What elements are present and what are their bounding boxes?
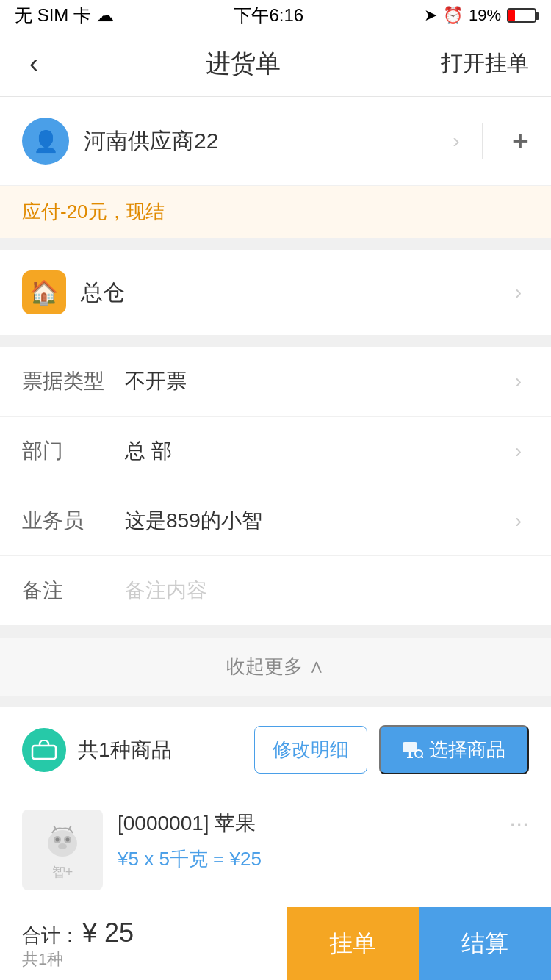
warehouse-row[interactable]: 🏠 总仓 › bbox=[0, 250, 551, 335]
total-label: 合计： bbox=[22, 923, 79, 948]
total-count: 共1种 bbox=[22, 948, 264, 970]
product-count: 共1种商品 bbox=[78, 736, 242, 764]
sim-status: 无 SIM 卡 ☁ bbox=[15, 4, 114, 27]
dept-label: 部门 bbox=[22, 437, 125, 465]
sales-row[interactable]: 业务员 这是859的小智 › bbox=[0, 486, 551, 556]
product-section: 共1种商品 修改明细 选择商品 bbox=[0, 707, 551, 908]
collapse-button[interactable]: 收起更多 ∧ bbox=[0, 638, 551, 696]
supplier-divider bbox=[482, 123, 483, 159]
svg-point-9 bbox=[56, 837, 60, 841]
supplier-chevron-icon: › bbox=[453, 129, 459, 153]
bottom-bar: 合计： ¥ 25 共1种 挂单 结算 bbox=[0, 907, 551, 980]
supplier-name: 河南供应商22 bbox=[84, 126, 453, 156]
battery-icon bbox=[507, 8, 536, 23]
edit-detail-button[interactable]: 修改明细 bbox=[254, 726, 367, 774]
svg-point-10 bbox=[66, 837, 70, 841]
product-title: 苹果 bbox=[215, 812, 256, 835]
select-product-button[interactable]: 选择商品 bbox=[379, 725, 529, 774]
ticket-label: 票据类型 bbox=[22, 367, 125, 395]
brand-label: 智+ bbox=[52, 863, 73, 881]
location-icon: ➤ bbox=[424, 6, 437, 25]
open-hang-button[interactable]: 打开挂单 bbox=[441, 48, 529, 79]
supplier-avatar: 👤 bbox=[22, 118, 69, 165]
form-section: 票据类型 不开票 › 部门 总 部 › 业务员 这是859的小智 › 备注 备注… bbox=[0, 347, 551, 626]
total-amount: ¥ 25 bbox=[82, 918, 134, 948]
notice-row: 应付-20元，现结 bbox=[0, 186, 551, 238]
total-section: 合计： ¥ 25 共1种 bbox=[0, 907, 287, 980]
unit-price: ¥5 x bbox=[118, 848, 159, 870]
sales-value: 这是859的小智 bbox=[125, 507, 515, 535]
dept-value: 总 部 bbox=[125, 437, 515, 465]
qty-value: 5千克 bbox=[159, 848, 207, 870]
warehouse-name: 总仓 bbox=[81, 278, 515, 308]
ticket-row[interactable]: 票据类型 不开票 › bbox=[0, 347, 551, 417]
warehouse-chevron-icon: › bbox=[515, 281, 522, 304]
back-button[interactable]: ‹ bbox=[22, 41, 46, 87]
add-button[interactable]: + bbox=[512, 125, 529, 158]
product-info: [0000001] 苹果 ¥5 x 5千克 = ¥25 bbox=[118, 810, 494, 872]
supplier-row[interactable]: 👤 河南供应商22 › + bbox=[0, 97, 551, 186]
note-row[interactable]: 备注 备注内容 bbox=[0, 556, 551, 626]
sales-chevron-icon: › bbox=[515, 509, 522, 533]
status-left: 无 SIM 卡 ☁ bbox=[15, 4, 114, 27]
product-header: 共1种商品 修改明细 选择商品 bbox=[0, 707, 551, 792]
nav-bar: ‹ 进货单 打开挂单 bbox=[0, 31, 551, 97]
status-bar: 无 SIM 卡 ☁ 下午6:16 ➤ ⏰ 19% bbox=[0, 0, 551, 31]
product-code: [0000001] bbox=[118, 812, 215, 835]
svg-point-4 bbox=[415, 750, 422, 757]
supplier-section: 👤 河南供应商22 › + 应付-20元，现结 bbox=[0, 97, 551, 238]
status-time: 下午6:16 bbox=[234, 4, 303, 27]
equals-sign: = bbox=[213, 848, 229, 870]
svg-rect-0 bbox=[32, 746, 56, 759]
total-price: ¥25 bbox=[230, 848, 262, 870]
note-input[interactable]: 备注内容 bbox=[125, 577, 529, 605]
note-label: 备注 bbox=[22, 577, 125, 605]
svg-rect-1 bbox=[403, 742, 417, 752]
hang-button[interactable]: 挂单 bbox=[287, 907, 419, 980]
warehouse-icon: 🏠 bbox=[22, 270, 66, 314]
page-title: 进货单 bbox=[206, 47, 281, 81]
ticket-chevron-icon: › bbox=[515, 370, 522, 393]
dept-row[interactable]: 部门 总 部 › bbox=[0, 417, 551, 486]
warehouse-section: 🏠 总仓 › bbox=[0, 250, 551, 335]
svg-line-5 bbox=[422, 757, 423, 758]
product-price: ¥5 x 5千克 = ¥25 bbox=[118, 846, 494, 872]
alarm-icon: ⏰ bbox=[443, 6, 463, 25]
ticket-value: 不开票 bbox=[125, 367, 515, 395]
status-right: ➤ ⏰ 19% bbox=[424, 6, 536, 25]
product-item: 智+ [0000001] 苹果 ¥5 x 5千克 = ¥25 ··· bbox=[0, 792, 551, 908]
more-button[interactable]: ··· bbox=[509, 810, 529, 837]
avatar-icon: 👤 bbox=[33, 129, 59, 154]
battery-percent: 19% bbox=[469, 6, 501, 25]
checkout-button[interactable]: 结算 bbox=[419, 907, 551, 980]
product-icon bbox=[22, 728, 66, 772]
dept-chevron-icon: › bbox=[515, 439, 522, 463]
svg-point-11 bbox=[58, 843, 67, 849]
select-product-label: 选择商品 bbox=[429, 737, 505, 763]
product-thumbnail: 智+ bbox=[22, 810, 103, 890]
product-name: [0000001] 苹果 bbox=[118, 810, 494, 837]
sales-label: 业务员 bbox=[22, 507, 125, 535]
